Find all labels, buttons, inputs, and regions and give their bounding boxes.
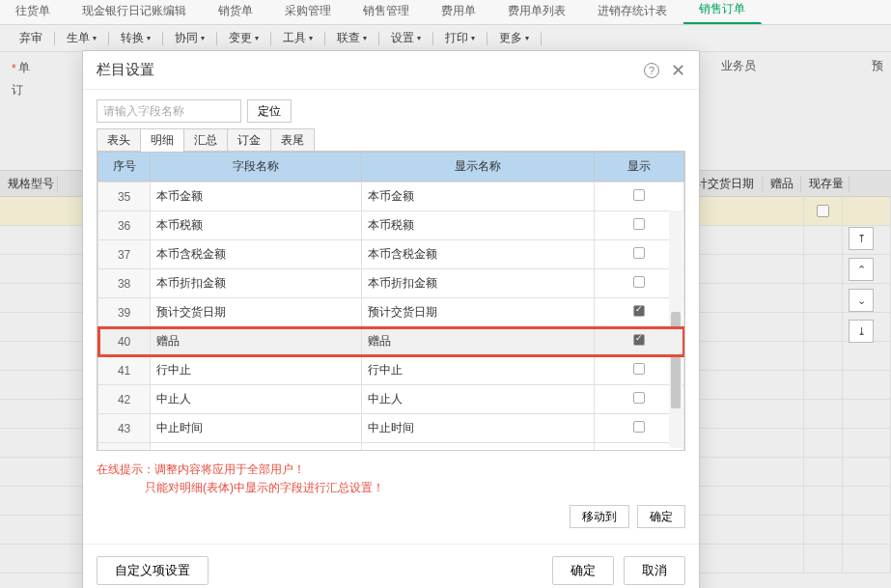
row-display-name[interactable]: 累计采购数量: [361, 443, 594, 451]
show-checkbox[interactable]: [633, 276, 645, 288]
field-tab[interactable]: 明细: [140, 128, 184, 152]
modal-header: 栏目设置 ? ✕: [83, 51, 699, 90]
show-checkbox[interactable]: [633, 421, 645, 433]
field-row[interactable]: 36本币税额本币税额: [98, 211, 684, 240]
row-show-cell: [594, 327, 683, 356]
move-up-icon[interactable]: ⌃: [849, 258, 874, 281]
show-checkbox[interactable]: [633, 247, 645, 259]
col-disp: 显示名称: [361, 153, 594, 182]
row-field-name: 赠品: [151, 327, 361, 356]
row-seq: 44: [98, 443, 151, 451]
row-field-name: 行中止: [151, 356, 361, 385]
row-show-cell: [594, 182, 683, 211]
move-down-icon[interactable]: ⌄: [849, 289, 874, 312]
help-icon[interactable]: ?: [644, 63, 659, 78]
show-checkbox[interactable]: [633, 305, 645, 317]
locate-button[interactable]: 定位: [247, 99, 292, 123]
ok-button[interactable]: 确定: [552, 556, 614, 585]
row-seq: 41: [98, 356, 151, 385]
row-seq: 40: [98, 327, 151, 356]
row-seq: 36: [98, 211, 151, 240]
show-checkbox[interactable]: [633, 392, 645, 404]
row-field-name: 本币含税金额: [151, 240, 361, 269]
field-row[interactable]: 38本币折扣金额本币折扣金额: [98, 269, 684, 298]
custom-fields-button[interactable]: 自定义项设置: [97, 556, 209, 585]
show-checkbox[interactable]: [633, 334, 645, 346]
hint-text: 在线提示：调整内容将应用于全部用户！ 只能对明细(表体)中显示的字段进行汇总设置…: [97, 461, 685, 497]
field-tab-content: 序号 字段名称 显示名称 显示 35本币金额本币金额36本币税额本币税额37本币…: [97, 151, 685, 451]
field-row[interactable]: 43中止时间中止时间: [98, 414, 684, 443]
row-seq: 37: [98, 240, 151, 269]
field-row[interactable]: 44累计采购数量累计采购数量: [98, 443, 684, 451]
row-seq: 35: [98, 182, 151, 211]
move-bottom-icon[interactable]: ⤓: [849, 320, 874, 343]
search-input[interactable]: [97, 99, 241, 123]
row-field-name: 本币税额: [151, 211, 361, 240]
row-display-name[interactable]: 行中止: [361, 356, 594, 385]
row-display-name[interactable]: 本币含税金额: [361, 240, 594, 269]
field-tab[interactable]: 订金: [227, 128, 271, 152]
column-settings-modal: 栏目设置 ? ✕ 定位 表头明细汇总订金表尾 序号 字段名称 显示名称 显示: [82, 50, 700, 588]
row-seq: 42: [98, 385, 151, 414]
row-display-name[interactable]: 本币金额: [361, 182, 594, 211]
row-display-name[interactable]: 中止人: [361, 385, 594, 414]
field-row[interactable]: 40赠品赠品: [98, 327, 684, 356]
confirm-small-button[interactable]: 确定: [637, 505, 685, 528]
field-tab[interactable]: 汇总: [183, 128, 228, 152]
row-field-name: 本币折扣金额: [151, 269, 361, 298]
field-row[interactable]: 41行中止行中止: [98, 356, 684, 385]
modal-title: 栏目设置: [97, 61, 154, 79]
field-row[interactable]: 35本币金额本币金额: [98, 182, 684, 211]
col-show: 显示: [594, 153, 683, 182]
row-display-name[interactable]: 本币税额: [361, 211, 594, 240]
show-checkbox[interactable]: [633, 218, 645, 230]
row-display-name[interactable]: 中止时间: [361, 414, 594, 443]
field-row[interactable]: 42中止人中止人: [98, 385, 684, 414]
row-field-name: 累计采购数量: [151, 443, 361, 451]
row-display-name[interactable]: 预计交货日期: [361, 298, 594, 327]
row-field-name: 中止时间: [151, 414, 361, 443]
row-seq: 39: [98, 298, 151, 327]
moveto-button[interactable]: 移动到: [570, 505, 629, 528]
reorder-buttons: ⤒ ⌃ ⌄ ⤓: [849, 227, 874, 343]
field-tabs: 表头明细汇总订金表尾: [97, 128, 685, 152]
show-checkbox[interactable]: [633, 363, 645, 375]
field-tab[interactable]: 表尾: [270, 128, 315, 152]
show-checkbox[interactable]: [633, 189, 645, 201]
row-seq: 38: [98, 269, 151, 298]
move-top-icon[interactable]: ⤒: [849, 227, 874, 250]
col-name: 字段名称: [151, 153, 361, 182]
row-field-name: 预计交货日期: [151, 298, 361, 327]
cancel-button[interactable]: 取消: [624, 556, 685, 585]
field-row[interactable]: 37本币含税金额本币含税金额: [98, 240, 684, 269]
row-display-name[interactable]: 赠品: [361, 327, 594, 356]
field-row[interactable]: 39预计交货日期预计交货日期: [98, 298, 684, 327]
col-seq: 序号: [98, 153, 151, 182]
row-field-name: 中止人: [151, 385, 361, 414]
row-display-name[interactable]: 本币折扣金额: [361, 269, 594, 298]
field-tab[interactable]: 表头: [97, 128, 141, 152]
row-field-name: 本币金额: [151, 182, 361, 211]
row-seq: 43: [98, 414, 151, 443]
close-icon[interactable]: ✕: [671, 62, 685, 79]
